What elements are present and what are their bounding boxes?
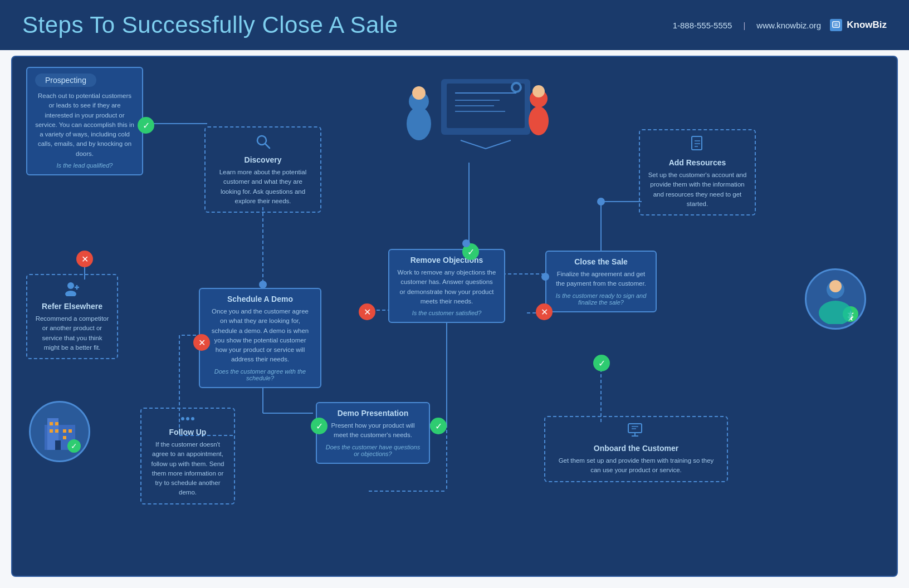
onboard-body: Get them set up and provide them with tr… — [553, 456, 719, 476]
svg-point-53 — [181, 417, 184, 420]
onboard-node: Onboard the Customer Get them set up and… — [544, 416, 728, 482]
page-title: Steps To Successfully Close A Sale — [22, 12, 398, 38]
top-illustration — [369, 65, 580, 163]
main-diagram: Prospecting Reach out to potential custo… — [11, 56, 898, 577]
dot-closesale-addresources — [597, 198, 605, 205]
svg-line-57 — [265, 144, 270, 148]
header: Steps To Successfully Close A Sale 1-888… — [0, 0, 909, 50]
svg-rect-49 — [63, 436, 66, 439]
phone: 1-888-555-5555 — [673, 21, 732, 30]
svg-point-29 — [407, 107, 431, 140]
svg-rect-45 — [50, 429, 53, 433]
website: www.knowbiz.org — [756, 21, 821, 30]
closesale-title: Close the Sale — [554, 257, 648, 266]
schedule-x: ✕ — [193, 334, 210, 351]
closesale-box: Close the Sale Finalize the agreement an… — [545, 251, 657, 312]
removeobj-question: Is the customer satisfied? — [397, 310, 496, 316]
svg-point-63 — [829, 280, 842, 292]
dot-removeobj-top — [462, 239, 470, 247]
addresources-node: Add Resources Set up the customer's acco… — [639, 129, 756, 215]
schedule-box: Schedule A Demo Once you and the custome… — [199, 288, 321, 388]
closesale-body: Finalize the agreement and get the payme… — [554, 270, 648, 289]
svg-point-33 — [532, 85, 545, 97]
closesale-node: Close the Sale Finalize the agreement an… — [545, 251, 657, 312]
removeobj-node: Remove Objections Work to remove any obj… — [388, 249, 505, 323]
svg-rect-44 — [55, 422, 58, 425]
demo-check: ✓ — [430, 418, 447, 434]
prospecting-node: Prospecting Reach out to potential custo… — [26, 67, 143, 175]
schedule-body: Once you and the customer agree on what … — [208, 307, 312, 365]
svg-point-67 — [819, 301, 852, 324]
refer-node: Refer Elsewhere Recommend a competitor o… — [26, 274, 118, 359]
svg-rect-58 — [692, 136, 702, 150]
svg-point-55 — [191, 417, 194, 420]
discovery-node: Discovery Learn more about the potential… — [204, 126, 321, 213]
page: Steps To Successfully Close A Sale 1-888… — [0, 0, 909, 588]
prospecting-x: ✕ — [76, 251, 93, 267]
demo-question: Does the customer have questions or obje… — [325, 444, 421, 457]
svg-point-32 — [529, 106, 549, 135]
divider: | — [743, 21, 745, 30]
discovery-title: Discovery — [213, 155, 312, 164]
prospecting-question: Is the lead qualified? — [35, 162, 134, 169]
refer-icon — [35, 281, 109, 300]
brand-icon — [830, 19, 842, 31]
followup-body: If the customer doesn't agree to an appo… — [149, 440, 226, 498]
onboard-icon — [553, 423, 719, 440]
dot-removeobj-closesale — [541, 273, 549, 281]
building-illustration: ✓ — [29, 401, 90, 462]
demo-node: Demo Presentation Present how your produ… — [316, 402, 430, 464]
customer-illustration: ★ — [805, 268, 866, 330]
refer-title: Refer Elsewhere — [35, 302, 109, 311]
closesale-x: ✕ — [536, 303, 553, 320]
followup-box: Follow Up If the customer doesn't agree … — [140, 408, 235, 504]
followup-icon — [149, 414, 226, 425]
svg-point-54 — [186, 417, 189, 420]
discovery-box: Discovery Learn more about the potential… — [204, 126, 321, 213]
closesale-check: ✓ — [593, 355, 610, 371]
removeobj-box: Remove Objections Work to remove any obj… — [388, 249, 505, 323]
svg-rect-50 — [55, 440, 61, 450]
closesale-question: Is the customer ready to sign and finali… — [554, 292, 648, 306]
removeobj-body: Work to remove any objections the custom… — [397, 268, 496, 306]
addresources-title: Add Resources — [648, 158, 747, 167]
addresources-box: Add Resources Set up the customer's acco… — [639, 129, 756, 215]
refer-body: Recommend a competitor or another produc… — [35, 314, 109, 352]
followup-node: Follow Up If the customer doesn't agree … — [140, 408, 235, 504]
schedule-check: ✓ — [311, 418, 328, 434]
demo-x: ✕ — [359, 303, 375, 320]
discovery-body: Learn more about the potential customer … — [213, 168, 312, 206]
svg-point-30 — [412, 86, 426, 100]
addresources-icon — [648, 136, 747, 155]
schedule-node: Schedule A Demo Once you and the custome… — [199, 288, 321, 388]
svg-rect-43 — [50, 422, 53, 425]
prospecting-box: Prospecting Reach out to potential custo… — [26, 67, 143, 175]
prospecting-label: Prospecting — [35, 74, 96, 87]
svg-text:✓: ✓ — [71, 442, 77, 450]
brand: KnowBiz — [830, 19, 887, 31]
brand-name: KnowBiz — [847, 19, 887, 31]
addresources-body: Set up the customer's account and provid… — [648, 170, 747, 209]
svg-point-35 — [513, 84, 520, 91]
removeobj-title: Remove Objections — [397, 256, 496, 264]
demo-box: Demo Presentation Present how your produ… — [316, 402, 430, 464]
svg-rect-0 — [833, 22, 839, 27]
followup-title: Follow Up — [149, 428, 226, 437]
svg-rect-47 — [63, 429, 66, 433]
svg-point-37 — [65, 291, 76, 296]
prospecting-body: Reach out to potential customers or lead… — [35, 91, 134, 159]
refer-box: Refer Elsewhere Recommend a competitor o… — [26, 274, 118, 359]
demo-title: Demo Presentation — [325, 409, 421, 418]
header-right: 1-888-555-5555 | www.knowbiz.org KnowBiz — [673, 19, 887, 31]
schedule-question: Does the customer agree with the schedul… — [208, 368, 312, 381]
onboard-box: Onboard the Customer Get them set up and… — [544, 416, 728, 482]
discovery-icon — [213, 133, 312, 152]
prospecting-check: ✓ — [138, 117, 154, 134]
svg-rect-68 — [628, 424, 642, 433]
demo-body: Present how your product will meet the c… — [325, 421, 421, 440]
svg-rect-48 — [69, 429, 72, 433]
dot-discovery-schedule — [259, 281, 267, 288]
onboard-title: Onboard the Customer — [553, 444, 719, 453]
svg-point-36 — [67, 282, 74, 289]
schedule-title: Schedule A Demo — [208, 295, 312, 303]
